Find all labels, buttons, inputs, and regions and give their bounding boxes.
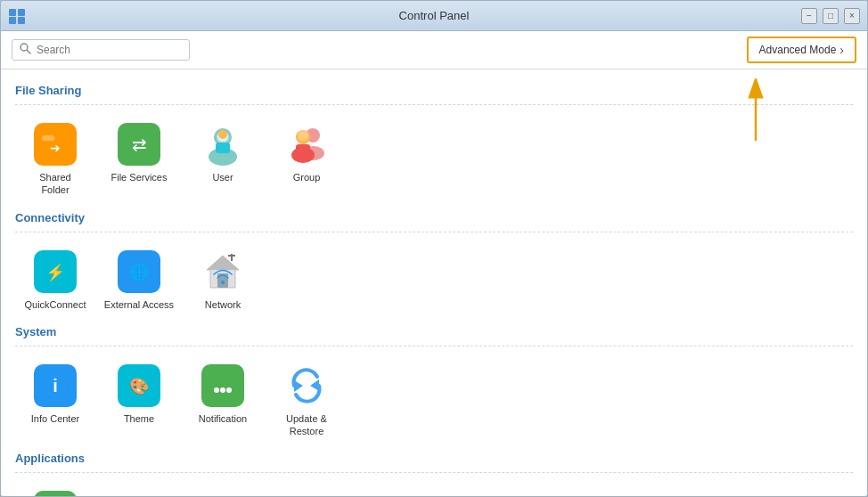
item-theme[interactable]: 🎨 Theme xyxy=(99,357,179,445)
title-bar-controls: − □ × xyxy=(801,8,860,24)
svg-rect-24 xyxy=(296,144,310,155)
item-notification[interactable]: Notification xyxy=(183,357,263,445)
group-icon xyxy=(285,123,328,166)
svg-text:i: i xyxy=(53,376,58,395)
item-user[interactable]: User xyxy=(183,116,263,204)
svg-text:🌐: 🌐 xyxy=(129,263,150,282)
file-services-label: File Services xyxy=(111,171,168,183)
info-center-icon: i xyxy=(34,364,77,407)
svg-point-34 xyxy=(221,281,225,284)
svg-marker-30 xyxy=(207,256,239,270)
quickconnect-label: QuickConnect xyxy=(24,298,86,311)
divider-system xyxy=(15,346,853,346)
quickconnect-icon: ⚡ xyxy=(34,250,77,293)
svg-line-5 xyxy=(28,51,31,54)
app-icon xyxy=(8,7,26,25)
notification-icon xyxy=(201,364,244,407)
maximize-button[interactable]: □ xyxy=(823,8,839,24)
notification-label: Notification xyxy=(199,412,247,425)
svg-text:⇄: ⇄ xyxy=(132,134,147,154)
divider-file-sharing xyxy=(15,104,853,105)
section-title-file-sharing: File Sharing xyxy=(15,84,853,97)
theme-label: Theme xyxy=(124,412,154,425)
section-system: System i Info Center xyxy=(15,325,853,445)
system-grid: i Info Center 🎨 Theme xyxy=(15,357,853,445)
svg-point-17 xyxy=(218,130,227,139)
toolbar: Advanced Mode › xyxy=(1,31,867,69)
section-title-applications: Applications xyxy=(15,452,853,465)
item-update-restore[interactable]: Update & Restore xyxy=(266,357,347,445)
search-box[interactable] xyxy=(12,39,190,61)
svg-text:⚡: ⚡ xyxy=(45,263,66,282)
section-title-system: System xyxy=(15,325,853,338)
close-button[interactable]: × xyxy=(844,8,860,24)
advanced-mode-button[interactable]: Advanced Mode › xyxy=(747,37,856,63)
external-access-icon: 🌐 xyxy=(118,250,160,293)
shared-folder-icon: ➔ xyxy=(34,123,77,166)
svg-point-42 xyxy=(226,387,232,393)
advanced-mode-label: Advanced Mode xyxy=(759,44,837,56)
section-connectivity: Connectivity ⚡ QuickConnect xyxy=(15,211,853,318)
svg-rect-0 xyxy=(9,9,16,16)
item-info-center[interactable]: i Info Center xyxy=(15,357,95,445)
divider-applications xyxy=(15,472,853,473)
item-external-access[interactable]: 🌐 External Access xyxy=(99,243,179,318)
svg-marker-44 xyxy=(294,380,303,392)
svg-rect-1 xyxy=(18,9,25,16)
title-bar: Control Panel − □ × xyxy=(1,1,867,31)
arrow-annotation xyxy=(747,78,765,149)
update-restore-label: Update & Restore xyxy=(270,412,343,438)
item-file-services[interactable]: ⇄ File Services xyxy=(99,116,179,204)
svg-point-41 xyxy=(220,387,225,393)
divider-connectivity xyxy=(15,232,853,232)
info-center-label: Info Center xyxy=(31,412,79,425)
item-group[interactable]: Group xyxy=(266,116,347,204)
svg-point-40 xyxy=(214,387,219,393)
file-services-icon: ⇄ xyxy=(118,123,160,166)
shared-folder-label: SharedFolder xyxy=(39,171,70,197)
file-sharing-grid: ➔ SharedFolder ⇄ File Services xyxy=(15,116,853,204)
item-indexing-service[interactable]: 🔍 Indexing Service xyxy=(15,484,95,496)
window-title: Control Panel xyxy=(399,9,470,22)
svg-text:➔: ➔ xyxy=(50,141,61,155)
title-bar-left xyxy=(8,7,26,25)
network-icon xyxy=(201,250,244,293)
item-shared-folder[interactable]: ➔ SharedFolder xyxy=(15,116,95,204)
user-label: User xyxy=(212,171,233,183)
svg-point-4 xyxy=(20,44,28,51)
svg-text:🎨: 🎨 xyxy=(129,377,150,396)
item-quickconnect[interactable]: ⚡ QuickConnect xyxy=(15,243,95,318)
network-label: Network xyxy=(205,298,241,311)
svg-point-23 xyxy=(298,130,308,141)
svg-rect-3 xyxy=(18,17,25,24)
search-input[interactable] xyxy=(37,44,182,56)
external-access-label: External Access xyxy=(104,298,174,311)
connectivity-grid: ⚡ QuickConnect 🌐 External Access xyxy=(15,243,853,318)
minimize-button[interactable]: − xyxy=(801,8,817,24)
svg-rect-18 xyxy=(216,143,230,153)
search-icon xyxy=(20,43,31,57)
section-file-sharing: File Sharing ➔ SharedFolder xyxy=(15,84,853,204)
section-title-connectivity: Connectivity xyxy=(15,211,853,224)
svg-rect-39 xyxy=(209,372,236,399)
user-icon xyxy=(201,123,244,166)
svg-rect-2 xyxy=(9,17,16,24)
update-restore-icon xyxy=(285,364,328,407)
svg-marker-43 xyxy=(310,379,319,391)
section-applications: Applications 🔍 Indexing Service xyxy=(15,452,853,496)
applications-grid: 🔍 Indexing Service xyxy=(15,484,853,496)
group-label: Group xyxy=(293,171,321,183)
item-network[interactable]: Network xyxy=(183,243,263,318)
advanced-mode-arrow: › xyxy=(839,43,844,57)
main-window: Control Panel − □ × Advanced Mode › xyxy=(0,0,868,497)
content-area: File Sharing ➔ SharedFolder xyxy=(1,69,867,496)
indexing-service-icon: 🔍 xyxy=(34,491,77,496)
theme-icon: 🎨 xyxy=(118,364,160,407)
